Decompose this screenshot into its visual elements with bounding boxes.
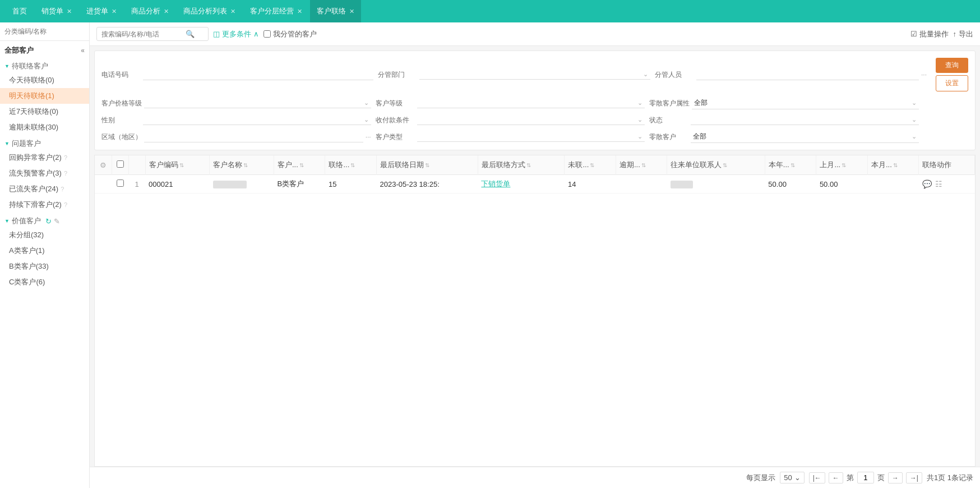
col-header-this-year[interactable]: 本年...⇅ bbox=[765, 155, 816, 175]
sidebar-item-ungrouped[interactable]: 未分组(32) bbox=[0, 227, 89, 243]
filter-btn[interactable]: ◫ 更多条件 ∧ bbox=[213, 29, 259, 39]
sidebar-search-input[interactable] bbox=[4, 27, 89, 35]
set-button[interactable]: 设置 bbox=[936, 75, 968, 91]
sidebar-item-a-class[interactable]: A类客户(1) bbox=[0, 243, 89, 259]
top-nav: 首页 销货单 ✕ 进货单 ✕ 商品分析 ✕ 商品分析列表 ✕ 客户分层经营 ✕ … bbox=[0, 0, 980, 22]
col-header-overdue[interactable]: 逾期...⇅ bbox=[616, 155, 667, 175]
sidebar-item-7days-contact[interactable]: 近7天待联络(0) bbox=[0, 104, 89, 119]
col-header-contact-person[interactable]: 往来单位联系人⇅ bbox=[667, 155, 765, 175]
filter-manager-dots[interactable]: ··· bbox=[921, 71, 927, 79]
sort-icon: ⇅ bbox=[791, 162, 795, 168]
search-icon[interactable]: 🔍 bbox=[186, 30, 195, 38]
filter-phone-input[interactable] bbox=[143, 70, 373, 80]
grid-icon[interactable]: ☷ bbox=[935, 179, 942, 188]
col-header-code[interactable]: 客户编码⇅ bbox=[145, 155, 210, 175]
toolbar: 🔍 ◫ 更多条件 ∧ 我分管的客户 ☑ 批量操作 ↑ 导出 bbox=[90, 22, 980, 46]
sidebar-item-repurchase-abnormal[interactable]: 回购异常客户(2) ? bbox=[0, 150, 89, 165]
sidebar-item-declining[interactable]: 持续下滑客户(2) ? bbox=[0, 197, 89, 213]
filter-region-dots[interactable]: ··· bbox=[366, 133, 371, 141]
row-last-method[interactable]: 下销货单 bbox=[478, 175, 565, 194]
nav-item-customer-contact[interactable]: 客户联络 ✕ bbox=[310, 0, 361, 22]
col-header-contact-count[interactable]: 联络...⇅ bbox=[325, 155, 377, 175]
sidebar-item-c-class[interactable]: C类客户(6) bbox=[0, 274, 89, 290]
nav-item-customer-tier[interactable]: 客户分层经营 ✕ bbox=[243, 0, 309, 22]
col-header-last-method[interactable]: 最后联络方式⇅ bbox=[478, 155, 565, 175]
close-icon[interactable]: ✕ bbox=[349, 8, 354, 15]
collapse-icon[interactable]: « bbox=[81, 47, 85, 54]
refresh-icon[interactable]: ↻ bbox=[45, 217, 52, 225]
sidebar-item-b-class[interactable]: B类客户(33) bbox=[0, 259, 89, 274]
sidebar-item-churn-warning[interactable]: 流失预警客户(3) ? bbox=[0, 165, 89, 181]
sort-icon: ⇅ bbox=[243, 162, 248, 168]
help-icon: ? bbox=[64, 201, 67, 208]
row-last-date: 2023-05-23 18:25: bbox=[377, 175, 478, 194]
sidebar-group-value: 价值客户 ↻ ✎ bbox=[0, 213, 89, 227]
nav-item-product-analysis-list[interactable]: 商品分析列表 ✕ bbox=[177, 0, 242, 22]
col-header-last-month[interactable]: 上月...⇅ bbox=[816, 155, 868, 175]
close-icon[interactable]: ✕ bbox=[297, 8, 302, 15]
prev-page-btn[interactable]: ← bbox=[829, 472, 843, 484]
row-last-month: 50.00 bbox=[816, 175, 868, 194]
query-button[interactable]: 查询 bbox=[936, 58, 968, 73]
page-label: 第 bbox=[847, 473, 854, 483]
filter-status-select[interactable]: ⌄ bbox=[691, 115, 919, 125]
my-customer-checkbox-wrapper[interactable]: 我分管的客户 bbox=[264, 29, 317, 39]
content-area: 🔍 ◫ 更多条件 ∧ 我分管的客户 ☑ 批量操作 ↑ 导出 bbox=[90, 22, 980, 488]
checkbox-col-header[interactable] bbox=[112, 155, 128, 175]
nav-item-sales[interactable]: 销货单 ✕ bbox=[35, 0, 78, 22]
chevron-down-icon: ⌄ bbox=[912, 133, 917, 140]
page-size-select[interactable]: 50 ⌄ bbox=[780, 472, 804, 484]
row-checkbox[interactable] bbox=[117, 179, 124, 187]
filter-payment-select[interactable]: ⌄ bbox=[417, 115, 645, 125]
filter-region-input[interactable] bbox=[144, 132, 363, 142]
sidebar-item-overdue-contact[interactable]: 逾期未联络(30) bbox=[0, 119, 89, 135]
all-customers-label[interactable]: 全部客户 « bbox=[0, 41, 89, 58]
col-header-last-date[interactable]: 最后联络日期⇅ bbox=[377, 155, 478, 175]
filter-retail-customer-select[interactable]: 全部 ⌄ bbox=[691, 131, 919, 143]
chevron-down-icon: ⌄ bbox=[794, 473, 801, 482]
settings-col-header[interactable]: ⚙ bbox=[95, 155, 112, 175]
col-header-name[interactable]: 客户名称⇅ bbox=[210, 155, 274, 175]
filter-manager-input[interactable] bbox=[696, 70, 919, 80]
check-icon: ☑ bbox=[910, 30, 917, 38]
export-btn[interactable]: ↑ 导出 bbox=[953, 29, 974, 39]
search-input[interactable] bbox=[101, 30, 186, 38]
close-icon[interactable]: ✕ bbox=[112, 8, 117, 15]
select-all-checkbox[interactable] bbox=[117, 160, 124, 168]
col-header-type[interactable]: 客户...⇅ bbox=[274, 155, 325, 175]
col-header-this-month[interactable]: 本月...⇅ bbox=[867, 155, 919, 175]
page-input[interactable] bbox=[857, 472, 874, 484]
nav-label-home: 首页 bbox=[12, 6, 27, 16]
col-header-not-contacted[interactable]: 未联...⇅ bbox=[565, 155, 616, 175]
row-this-year: 50.00 bbox=[765, 175, 816, 194]
next-page-btn[interactable]: → bbox=[888, 472, 903, 484]
last-page-btn[interactable]: →| bbox=[906, 472, 922, 484]
filter-customer-level-select[interactable]: ⌄ bbox=[417, 98, 645, 108]
nav-label-purchase: 进货单 bbox=[86, 6, 108, 16]
filter-retail-attr-select[interactable]: 全部 ⌄ bbox=[692, 97, 919, 109]
filter-gender-select[interactable]: ⌄ bbox=[143, 115, 371, 125]
nav-item-purchase[interactable]: 进货单 ✕ bbox=[80, 0, 123, 22]
sidebar-item-tomorrow-contact[interactable]: 明天待联络(1) bbox=[0, 88, 89, 104]
row-checkbox-cell[interactable] bbox=[112, 175, 128, 194]
close-icon[interactable]: ✕ bbox=[67, 8, 72, 15]
sidebar-item-churned[interactable]: 已流失客户(24) ? bbox=[0, 181, 89, 197]
nav-item-product-analysis[interactable]: 商品分析 ✕ bbox=[124, 0, 175, 22]
batch-op-btn[interactable]: ☑ 批量操作 bbox=[910, 29, 949, 39]
close-icon[interactable]: ✕ bbox=[230, 8, 235, 15]
sidebar-item-today-contact[interactable]: 今天待联络(0) bbox=[0, 72, 89, 88]
filter-dept-select[interactable]: ⌄ bbox=[419, 70, 650, 80]
close-icon[interactable]: ✕ bbox=[164, 8, 169, 15]
filter-customer-type-select[interactable]: ⌄ bbox=[417, 132, 645, 142]
comment-icon[interactable]: 💬 bbox=[922, 179, 932, 188]
my-customer-checkbox[interactable] bbox=[264, 30, 271, 38]
page-nav: |← ← 第 页 → →| bbox=[809, 472, 922, 484]
edit-icon[interactable]: ✎ bbox=[54, 217, 60, 225]
sort-icon: ⇅ bbox=[526, 162, 531, 168]
row-actions: 💬 ☷ bbox=[919, 175, 975, 194]
first-page-btn[interactable]: |← bbox=[809, 472, 825, 484]
chevron-down-icon: ⌄ bbox=[912, 99, 917, 107]
filter-price-level-select[interactable]: ⌄ bbox=[144, 98, 371, 108]
nav-item-home[interactable]: 首页 bbox=[6, 0, 34, 22]
row-code: 000021 bbox=[145, 175, 210, 194]
